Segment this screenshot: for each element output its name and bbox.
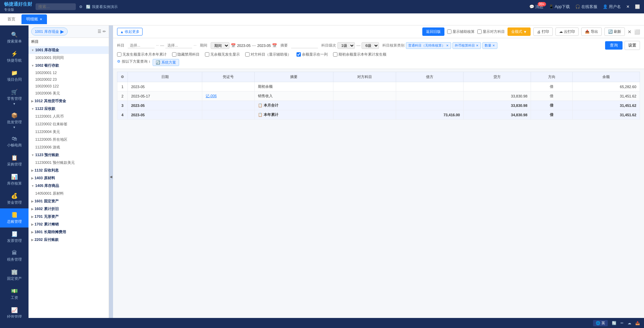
lang-switch-button[interactable]: 🌐 英 <box>593 320 608 326</box>
sidebar-item-search[interactable]: 🔍 搜索菜单 <box>0 28 29 47</box>
tab-close-button[interactable]: ✕ <box>40 17 42 21</box>
tree-item-1012[interactable]: ▶ 1012 其他货币资金 <box>29 97 109 105</box>
sidebar-item-project[interactable]: 📁 项目合同 <box>0 66 29 85</box>
tree-item-11220001[interactable]: 11220001 人民币 <box>29 113 109 120</box>
refresh-button[interactable]: 🔄 刷新 <box>604 27 625 36</box>
tree-item-1602[interactable]: ▶ 1602 累计折旧 <box>29 205 109 213</box>
expand-panel-button[interactable]: ⬜ <box>634 29 640 35</box>
subject-more-icon[interactable]: ··· <box>156 44 159 47</box>
filter-settings-button[interactable]: 设置 <box>625 41 640 50</box>
tree-item-1002[interactable]: ▼ 1002 银行存款 <box>29 62 109 69</box>
close-panel-button[interactable]: ✕ <box>628 29 632 35</box>
tree-item-10020006[interactable]: 10020006 美元 <box>29 89 109 97</box>
export-button[interactable]: 📤 导出 <box>581 27 602 36</box>
subject-type-tag-2-remove[interactable]: ✕ <box>492 44 495 47</box>
tree-item-11230001[interactable]: 11230001 预付账款美元 <box>29 159 109 167</box>
sidebar-item-ledger[interactable]: 📒 总账管理 <box>0 208 29 227</box>
message-button[interactable]: 💬 消息 99+ <box>529 4 543 10</box>
voucher-link[interactable]: 记-006 <box>206 94 217 98</box>
tree-item-1601[interactable]: ▶ 1601 固定资产 <box>29 197 109 205</box>
tree-item-1702[interactable]: ▶ 1702 累计摊销 <box>29 220 109 228</box>
sidebar-item-inventory[interactable]: 📊 库存核算 <box>0 170 29 189</box>
tree-item-1403[interactable]: ▶ 1403 原材料 <box>29 174 109 182</box>
settings-icon[interactable]: ⚙ <box>79 5 83 9</box>
checkbox-balance-one-col[interactable]: 余额显示在一列 <box>297 52 328 57</box>
tree-item-11220006[interactable]: 11220006 游戏 <box>29 143 109 151</box>
account-next-icon[interactable]: ▶ <box>60 29 64 34</box>
checkbox-hide-disabled[interactable]: 隐藏禁用科目 <box>172 52 200 57</box>
tree-item-1132[interactable]: ▶ 1132 应收利息 <box>29 167 109 174</box>
tree-item-1001[interactable]: ▼ 1001 库存现金 <box>29 46 109 54</box>
tree-item-14050001[interactable]: 14050001 原材料 <box>29 190 109 197</box>
tab-detail[interactable]: 明细账 ✕ <box>21 14 47 24</box>
tree-item-1801[interactable]: ▶ 1801 长期待摊费用 <box>29 228 109 236</box>
bottom-edit-icon[interactable]: ✏ <box>621 321 624 325</box>
subject-type-tag-0-remove[interactable]: ✕ <box>446 44 449 47</box>
close-window-button[interactable]: ✕ <box>626 4 630 9</box>
subject-type-tag-1-remove[interactable]: ✕ <box>476 44 479 47</box>
sidebar-item-capital[interactable]: 💰 资金管理 <box>0 189 29 208</box>
subject-type-tag-2[interactable]: 数量 ✕ <box>482 42 497 49</box>
bottom-refresh-icon[interactable]: 🔄 <box>612 321 616 325</box>
tree-item-1701[interactable]: ▶ 1701 无形资产 <box>29 213 109 220</box>
level-to-select[interactable]: 6级 <box>362 42 379 49</box>
show-opposite-check[interactable]: 显示对方科目 <box>477 29 505 34</box>
collapse-more-button[interactable]: ▲ 收起更多 <box>117 28 143 36</box>
tree-item-10020001[interactable]: 10020001 12 <box>29 69 109 76</box>
sidebar-item-tax[interactable]: 🏛 税务管理 <box>0 247 29 265</box>
online-service-button[interactable]: 🎧 在线客服 <box>575 4 597 10</box>
sidebar-item-wholesale[interactable]: 📦 批发管理 ▼ <box>0 109 29 132</box>
print-button[interactable]: 🖨 打印 <box>533 27 553 36</box>
tree-item-10020003[interactable]: 10020003 122 <box>29 83 109 89</box>
sidebar-item-retail[interactable]: 🛒 零售管理 ▼ <box>0 85 29 109</box>
tree-item-1405[interactable]: ▼ 1405 库存商品 <box>29 182 109 190</box>
tree-item-2202[interactable]: ▶ 2202 应付账款 <box>29 236 109 244</box>
scheme-button[interactable]: 🔄 系统方案 <box>153 59 179 66</box>
sidebar-item-invoice[interactable]: 🧾 发票管理 <box>0 227 29 247</box>
sidebar-item-asset[interactable]: 🏢 固定资产 <box>0 265 29 284</box>
top-search-input[interactable] <box>36 3 76 10</box>
app-download-button[interactable]: 📱 App下载 <box>549 4 570 10</box>
tree-item-10020002[interactable]: 10020002 23 <box>29 76 109 83</box>
bottom-upload-icon[interactable]: 📤 <box>635 321 640 325</box>
tree-item-1123[interactable]: ▼ 1123 预付账款 <box>29 151 109 159</box>
tree-item-10010001[interactable]: 10010001 同同同 <box>29 54 109 62</box>
sidebar-item-purchase[interactable]: 📋 采购管理 <box>0 151 29 170</box>
panel-collapse-arrow[interactable]: ◀ <box>109 25 113 328</box>
row-balance-4: 31,451.62 <box>572 110 640 120</box>
selected-account-tag[interactable]: 1001 库存现金 ▶ <box>31 27 68 36</box>
scheme-info-icon[interactable]: ℹ <box>149 60 150 63</box>
subject-end-more-icon[interactable]: ··· <box>194 44 196 47</box>
tree-item-11220002[interactable]: 11220002 往来标签 <box>29 120 109 128</box>
maximize-button[interactable]: ⬜ <box>635 4 640 9</box>
tree-item-11220005[interactable]: 11220005 所在地区 <box>29 136 109 143</box>
show-auxiliary-check[interactable]: 显示辅助核算 <box>447 29 475 34</box>
view-mode-button[interactable]: 金额式 ▼ <box>507 27 531 36</box>
query-button[interactable]: 查询 <box>605 41 623 50</box>
checkbox-opposite[interactable]: 对方科目（显示辅助项） <box>245 52 291 57</box>
cloud-print-button[interactable]: ☁ 云打印 <box>555 27 579 36</box>
subject-input[interactable] <box>128 43 155 48</box>
tab-home[interactable]: 首页 <box>3 14 20 24</box>
subject-type-tag-1[interactable]: 外币核算科目 ✕ <box>452 42 481 49</box>
level-from-select[interactable]: 1级 <box>337 42 355 49</box>
return-old-version-button[interactable]: 返回旧版 <box>422 27 444 36</box>
account-edit-icon[interactable]: ✏ <box>103 29 106 34</box>
subject-end-input[interactable] <box>165 43 192 48</box>
checkbox-no-balance[interactable]: 无余额无发生显示 <box>205 52 240 57</box>
demo-link[interactable]: 🔄 我要看实例演示 <box>86 4 118 9</box>
checkbox-no-amount[interactable]: 无发生额显示本月本年累计 <box>117 52 167 57</box>
col-settings[interactable]: ⚙ <box>117 72 128 82</box>
user-avatar[interactable]: 👤 用户名 <box>603 4 621 10</box>
subject-type-tag-0[interactable]: 普通科目（无特殊核算） ✕ <box>406 42 451 49</box>
summary-input[interactable] <box>291 43 318 48</box>
period-type-select[interactable]: 期间 <box>211 42 229 49</box>
sidebar-item-salary[interactable]: 💵 工资 <box>0 284 29 304</box>
account-list-icon[interactable]: ☰ <box>98 29 101 34</box>
sidebar-item-ecommerce[interactable]: 🛍 小畅电商 <box>0 132 29 151</box>
bottom-cloud-icon[interactable]: ☁ <box>628 321 631 325</box>
sidebar-item-quick[interactable]: ⚡ 快捷导航 <box>0 47 29 66</box>
tree-item-1122[interactable]: ▼ 1122 应收款 <box>29 105 109 113</box>
tree-item-11220004[interactable]: 11220004 美元 <box>29 128 109 136</box>
checkbox-period-initial[interactable]: 期初余额显示本年累计发生额 <box>333 52 386 57</box>
